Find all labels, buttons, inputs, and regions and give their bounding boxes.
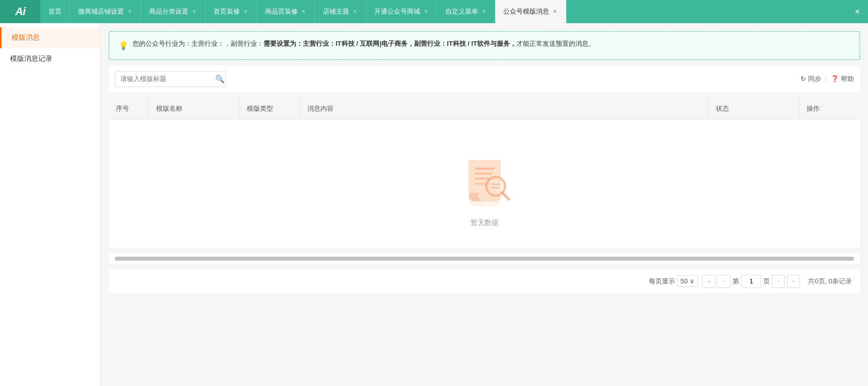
help-icon: ❓ [831, 75, 839, 83]
table-header-模版类型: 模版类型 [240, 98, 300, 119]
page-size-selector: 每页显示 50 ∨ [649, 275, 698, 287]
page-number-input[interactable] [741, 275, 761, 288]
nav-tabs: 首页微商城店铺设置×商品分类设置×首页装修×商品页装修×店铺主题×开通公众号商城… [40, 0, 846, 23]
svg-rect-2 [475, 173, 492, 175]
table-header-状态: 状态 [709, 98, 799, 119]
nav-tab-label: 开通公众号商城 [374, 7, 420, 16]
nav-tab-label: 首页装修 [214, 7, 240, 16]
nav-tab-商品页装修[interactable]: 商品页装修× [257, 0, 315, 23]
nav-tab-close-icon[interactable]: × [481, 8, 487, 15]
nav-tab-自定义菜单[interactable]: 自定义菜单× [437, 0, 495, 23]
sync-label: 同步 [808, 74, 821, 84]
table-header-序号: 序号 [109, 98, 149, 119]
sidebar: 模版消息模版消息记录 [0, 23, 101, 386]
table-header-操作: 操作 [799, 98, 860, 119]
sync-button[interactable]: ↻ 同步 [800, 74, 821, 84]
nav-tab-close-icon[interactable]: × [352, 8, 358, 15]
page-size-value: 50 [681, 277, 688, 285]
total-info: 共0页, 0条记录 [808, 277, 852, 286]
nav-tab-close-icon[interactable]: × [243, 8, 248, 15]
nav-tab-close-icon[interactable]: × [191, 8, 197, 15]
top-nav: Ai 首页微商城店铺设置×商品分类设置×首页装修×商品页装修×店铺主题×开通公众… [0, 0, 868, 23]
data-table: 序号模版名称模版类型消息内容状态操作 [109, 98, 860, 248]
search-input[interactable] [115, 72, 210, 86]
search-button[interactable]: 🔍 [210, 71, 226, 87]
nav-tab-close-icon[interactable]: × [301, 8, 306, 15]
svg-rect-1 [475, 168, 495, 170]
table-header-消息内容: 消息内容 [300, 98, 709, 119]
nav-tab-close-icon[interactable]: × [552, 8, 558, 15]
pagination: 每页显示 50 ∨ « ‹ 第 页 › » 共0页, 0条记录 [109, 270, 860, 293]
page-label: 第 [732, 277, 739, 286]
page-size-select-box[interactable]: 50 ∨ [677, 275, 698, 287]
page-label-end: 页 [763, 277, 770, 286]
divider: | [825, 75, 827, 83]
nav-tab-店铺主题[interactable]: 店铺主题× [315, 0, 366, 23]
search-box: 🔍 [115, 71, 226, 87]
svg-line-7 [502, 193, 509, 199]
nav-tab-close-icon[interactable]: × [127, 8, 132, 15]
nav-tab-label: 店铺主题 [323, 7, 349, 16]
nav-tab-close-icon[interactable]: × [423, 8, 429, 15]
chevron-down-icon: ∨ [690, 277, 695, 285]
bulb-icon: 💡 [118, 39, 128, 52]
nav-tab-公众号模版消息[interactable]: 公众号模版消息× [495, 0, 566, 23]
nav-tab-label: 自定义菜单 [445, 7, 478, 16]
notice-text: 您的公众号行业为：主营行业：，副营行业：需要设置为：主营行业：IT科技 / 互联… [132, 39, 595, 49]
sidebar-item-模版消息[interactable]: 模版消息 [0, 27, 100, 48]
nav-tab-label: 首页 [48, 7, 61, 16]
help-button[interactable]: ❓ 帮助 [831, 74, 854, 84]
page-nav: « ‹ 第 页 › » [702, 275, 800, 288]
scrollbar-area [109, 254, 860, 264]
nav-tab-label: 商品分类设置 [149, 7, 188, 16]
nav-tab-label: 微商城店铺设置 [78, 7, 124, 16]
content-area: 💡 您的公众号行业为：主营行业：，副营行业：需要设置为：主营行业：IT科技 / … [101, 23, 868, 386]
scrollbar-thumb [115, 257, 854, 261]
app-logo: Ai [0, 0, 40, 23]
nav-tab-微商城店铺设置[interactable]: 微商城店铺设置× [70, 0, 141, 23]
nav-tab-商品分类设置[interactable]: 商品分类设置× [141, 0, 206, 23]
empty-icon [454, 150, 515, 210]
next-page-button[interactable]: › [772, 275, 785, 288]
notice-banner: 💡 您的公众号行业为：主营行业：，副营行业：需要设置为：主营行业：IT科技 / … [109, 31, 860, 60]
sync-icon: ↻ [800, 75, 806, 83]
prev-page-button[interactable]: ‹ [717, 275, 730, 288]
nav-tab-首页装修[interactable]: 首页装修× [206, 0, 257, 23]
close-all-button[interactable]: × [846, 7, 868, 17]
table-header: 序号模版名称模版类型消息内容状态操作 [109, 98, 860, 120]
empty-text: 暂无数据 [471, 218, 499, 227]
nav-tab-首页[interactable]: 首页 [40, 0, 70, 23]
table-header-模版名称: 模版名称 [149, 98, 240, 119]
horizontal-scrollbar[interactable] [115, 257, 854, 261]
toolbar-right: ↻ 同步 | ❓ 帮助 [800, 74, 854, 84]
nav-tab-label: 公众号模版消息 [503, 7, 549, 16]
empty-state: 暂无数据 [109, 120, 860, 248]
toolbar: 🔍 ↻ 同步 | ❓ 帮助 [109, 66, 860, 92]
sidebar-item-模版消息记录[interactable]: 模版消息记录 [0, 48, 100, 69]
help-label: 帮助 [841, 74, 854, 84]
nav-tab-开通公众号商城[interactable]: 开通公众号商城× [366, 0, 437, 23]
page-size-label: 每页显示 [649, 277, 675, 286]
last-page-button[interactable]: » [787, 275, 800, 288]
nav-tab-label: 商品页装修 [265, 7, 298, 16]
main-layout: 模版消息模版消息记录 💡 您的公众号行业为：主营行业：，副营行业：需要设置为：主… [0, 23, 868, 386]
first-page-button[interactable]: « [702, 275, 715, 288]
